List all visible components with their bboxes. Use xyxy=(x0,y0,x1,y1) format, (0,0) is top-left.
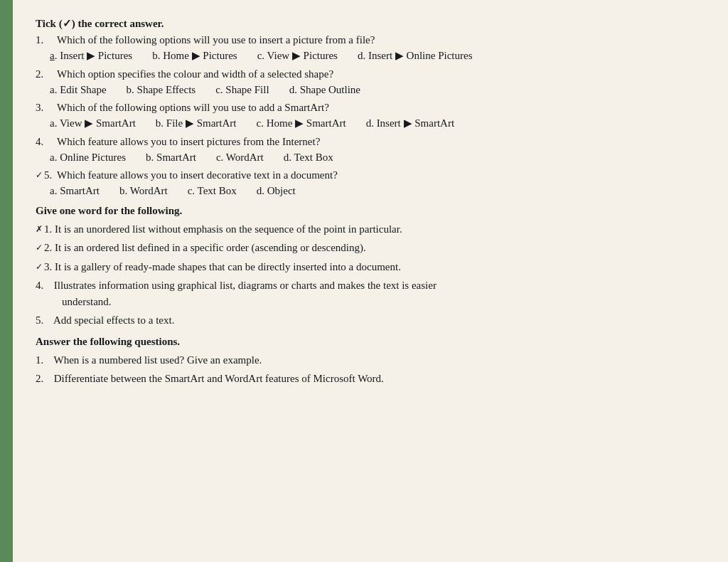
q1-options: a. Insert ▶ Pictures b. Home ▶ Pictures … xyxy=(50,48,700,64)
q2-opt-c: c. Shape Fill xyxy=(215,82,269,98)
q5-opt-a: a. SmartArt xyxy=(50,183,100,199)
give-item-3-num: ✓3. xyxy=(36,259,52,275)
question-1-line: 1. Which of the following options will y… xyxy=(36,34,700,46)
q5-opt-b: b. WordArt xyxy=(119,183,168,199)
answer-1-num: 1. xyxy=(36,352,51,369)
question-3-line: 3. Which of the following options will y… xyxy=(36,102,700,114)
give-item-5-text: Add special effects to a text. xyxy=(51,312,174,329)
page: Tick (✓) the correct answer. 1. Which of… xyxy=(0,0,728,562)
q3-opt-c: c. Home ▶ SmartArt xyxy=(256,115,346,132)
answer-section: Answer the following questions. 1. When … xyxy=(36,336,700,387)
q5-opt-c: c. Text Box xyxy=(188,183,237,199)
question-4-line: 4. Which feature allows you to insert pi… xyxy=(36,136,700,148)
q5-opt-d: d. Object xyxy=(257,183,296,199)
give-item-5: 5. Add special effects to a text. xyxy=(36,312,700,329)
question-5-line: ✓5. Which feature allows you to insert d… xyxy=(36,169,700,181)
q4-opt-c: c. WordArt xyxy=(216,149,264,166)
left-bar xyxy=(0,0,13,562)
q1-opt-d: d. Insert ▶ Online Pictures xyxy=(358,48,473,64)
q5-tick: ✓ xyxy=(36,170,43,181)
q3-opt-a: a. View ▶ SmartArt xyxy=(50,115,136,132)
q4-opt-d: d. Text Box xyxy=(284,149,333,166)
q2-opt-a: a. Edit Shape xyxy=(50,82,107,98)
q5-text: Which feature allows you to insert decor… xyxy=(57,169,338,181)
tick-section-header: Tick (✓) the correct answer. xyxy=(36,17,700,30)
answer-2-num: 2. xyxy=(36,371,51,387)
give-item-1: ✗1. It is an unordered list without emph… xyxy=(36,221,700,238)
q2-opt-d: d. Shape Outline xyxy=(289,82,360,98)
give-one-word-section: Give one word for the following. ✗1. It … xyxy=(36,205,700,329)
q1-opt-b: b. Home ▶ Pictures xyxy=(152,48,237,64)
answer-item-2: 2. Differentiate between the SmartArt an… xyxy=(36,371,700,387)
give-one-word-header: Give one word for the following. xyxy=(36,205,700,217)
question-2: 2. Which option specifies the colour and… xyxy=(36,68,700,98)
give-item-2-text: It is an ordered list defined in a speci… xyxy=(52,240,366,256)
give-item-2-tick: ✓ xyxy=(36,241,43,254)
question-5: ✓5. Which feature allows you to insert d… xyxy=(36,169,700,199)
give-item-5-num: 5. xyxy=(36,312,51,329)
give-one-word-header-text: Give one word for the following. xyxy=(36,205,182,216)
q4-opt-a: a. Online Pictures xyxy=(50,149,126,166)
question-2-line: 2. Which option specifies the colour and… xyxy=(36,68,700,80)
q4-text: Which feature allows you to insert pictu… xyxy=(57,136,320,148)
q3-opt-b: b. File ▶ SmartArt xyxy=(156,115,237,132)
question-4: 4. Which feature allows you to insert pi… xyxy=(36,136,700,166)
q1-num: 1. xyxy=(36,34,57,46)
q3-opt-d: d. Insert ▶ SmartArt xyxy=(366,115,454,132)
q2-text: Which option specifies the colour and wi… xyxy=(57,68,333,80)
give-item-1-num: ✗1. xyxy=(36,221,52,238)
q3-text: Which of the following options will you … xyxy=(57,102,329,114)
answer-header-text: Answer the following questions. xyxy=(36,336,180,347)
give-item-4-num: 4. xyxy=(36,277,51,294)
q1-opt-c: c. View ▶ Pictures xyxy=(257,48,338,64)
give-item-3-tick: ✓ xyxy=(36,260,43,273)
q2-options: a. Edit Shape b. Shape Effects c. Shape … xyxy=(50,82,700,98)
q2-num: 2. xyxy=(36,68,57,80)
give-item-1-text: It is an unordered list without emphasis… xyxy=(52,221,402,238)
give-item-3-text: It is a gallery of ready-made shapes tha… xyxy=(52,259,401,275)
give-item-4-text: Illustrates information using graphical … xyxy=(51,277,437,309)
answer-1-text: When is a numbered list used? Give an ex… xyxy=(53,354,262,366)
tick-header-text: Tick (✓) the correct answer. xyxy=(36,18,164,29)
give-item-2-num: ✓2. xyxy=(36,240,52,256)
q4-num: 4. xyxy=(36,136,57,148)
q3-num: 3. xyxy=(36,102,57,114)
question-3: 3. Which of the following options will y… xyxy=(36,102,700,132)
q3-options: a. View ▶ SmartArt b. File ▶ SmartArt c.… xyxy=(50,115,700,132)
give-item-2: ✓2. It is an ordered list defined in a s… xyxy=(36,240,700,256)
give-item-3: ✓3. It is a gallery of ready-made shapes… xyxy=(36,259,700,275)
q1-text: Which of the following options will you … xyxy=(57,34,375,46)
answer-2-text: Differentiate between the SmartArt and W… xyxy=(54,373,384,384)
answer-item-1: 1. When is a numbered list used? Give an… xyxy=(36,352,700,369)
give-item-4: 4. Illustrates information using graphic… xyxy=(36,277,700,309)
q1-opt-a: a. Insert ▶ Pictures xyxy=(50,48,132,64)
q4-opt-b: b. SmartArt xyxy=(146,149,196,166)
q5-options: a. SmartArt b. WordArt c. Text Box d. Ob… xyxy=(50,183,700,199)
question-1: 1. Which of the following options will y… xyxy=(36,34,700,64)
answer-header: Answer the following questions. xyxy=(36,336,700,348)
q2-opt-b: b. Shape Effects xyxy=(127,82,196,98)
q5-num: ✓5. xyxy=(36,169,57,181)
give-item-1-tick: ✗ xyxy=(36,223,43,235)
q4-options: a. Online Pictures b. SmartArt c. WordAr… xyxy=(50,149,700,166)
